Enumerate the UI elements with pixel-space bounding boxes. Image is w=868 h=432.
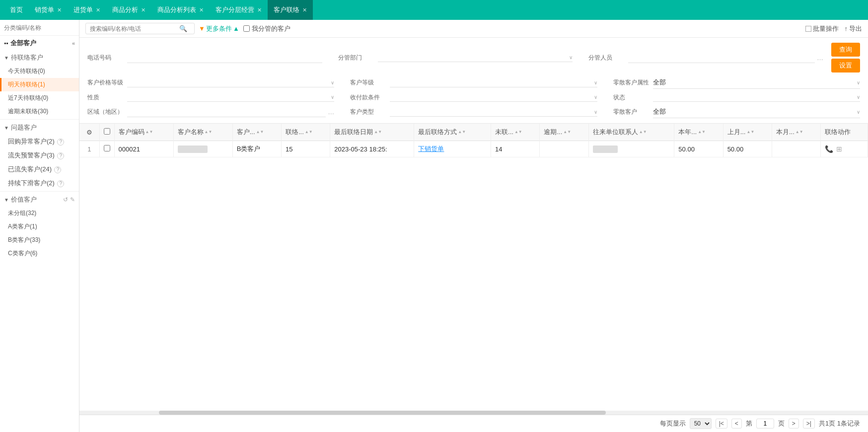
status-caret-icon: ∨ [857, 94, 860, 100]
info-icon-abnormal[interactable]: ? [57, 139, 64, 145]
th-checkbox[interactable] [99, 124, 114, 141]
action-icons: 📞 ⊞ [825, 145, 864, 153]
search-input[interactable] [90, 25, 179, 32]
dept-select[interactable]: ∨ [378, 53, 573, 62]
sidebar-item-class-b[interactable]: B类客户(33) [0, 233, 79, 247]
horizontal-scrollbar[interactable] [79, 411, 868, 415]
info-icon-declining[interactable]: ? [57, 180, 64, 187]
nav-sales-order[interactable]: 销货单 ✕ [29, 0, 68, 20]
query-button[interactable]: 查询 [831, 43, 860, 57]
first-page-btn[interactable]: |< [716, 419, 727, 429]
edit-icon[interactable]: ✎ [70, 196, 75, 203]
sidebar-item-warning[interactable]: 流失预警客户(3) ? [0, 148, 79, 162]
close-purchase-order[interactable]: ✕ [96, 7, 100, 13]
sort-last-contact-method[interactable]: 最后联络方式 ▲▼ [418, 128, 487, 137]
customer-type-select[interactable]: ∨ [390, 108, 597, 117]
phone-input[interactable] [127, 53, 322, 63]
th-settings[interactable]: ⚙ [79, 124, 99, 141]
sort-last-contact-date[interactable]: 最后联络日期 ▲▼ [334, 128, 410, 137]
sidebar-item-churned[interactable]: 已流失客户(24) ? [0, 162, 79, 176]
dept-caret-icon: ∨ [569, 55, 573, 60]
nav-purchase-order[interactable]: 进货单 ✕ [68, 0, 106, 20]
retail-attr-select[interactable]: 全部 ∨ [653, 76, 860, 89]
sort-code[interactable]: 客户编码 ▲▼ [119, 128, 169, 137]
section-problem-customers[interactable]: ▼ 问题客户 [0, 121, 79, 135]
collapse-icon[interactable]: « [72, 40, 75, 46]
sort-contact[interactable]: 联络... ▲▼ [286, 128, 326, 137]
sort-this-month[interactable]: 本月... ▲▼ [776, 128, 816, 137]
refresh-icon[interactable]: ↺ [63, 196, 68, 203]
close-product-analysis[interactable]: ✕ [141, 7, 145, 13]
grid-action-icon[interactable]: ⊞ [836, 145, 842, 153]
nav-product-analysis-list[interactable]: 商品分析列表 ✕ [151, 0, 210, 20]
batch-ops-btn[interactable]: 批量操作 [805, 24, 839, 33]
prev-page-btn[interactable]: < [731, 419, 742, 429]
sidebar-item-tomorrow[interactable]: 明天待联络(1) [0, 78, 79, 91]
nature-select[interactable]: ∨ [127, 93, 334, 102]
person-input[interactable] [628, 53, 815, 63]
next-page-btn[interactable]: > [789, 419, 799, 429]
sidebar-item-declining[interactable]: 持续下滑客户(2) ? [0, 176, 79, 190]
my-customers-filter[interactable]: 我分管的客户 [243, 24, 290, 33]
sort-unit-contact[interactable]: 往来单位联系人 ▲▼ [593, 128, 670, 137]
close-customer-tier[interactable]: ✕ [257, 7, 262, 13]
sidebar-search-input[interactable] [4, 24, 78, 31]
phone-action-icon[interactable]: 📞 [825, 145, 833, 153]
sidebar-item-7days[interactable]: 近7天待联络(0) [0, 91, 79, 105]
sort-arrows-last-month: ▲▼ [746, 130, 754, 134]
info-icon-churned[interactable]: ? [54, 166, 61, 173]
info-icon-warning[interactable]: ? [57, 152, 64, 159]
scrollbar-thumb[interactable] [159, 411, 606, 415]
close-product-analysis-list[interactable]: ✕ [199, 7, 204, 13]
sort-name[interactable]: 客户名称 ▲▼ [178, 128, 228, 137]
retail-customer-label: 零散客户 [613, 108, 653, 116]
filter-cell-region: 区域（地区） … [87, 107, 334, 117]
more-conditions-btn[interactable]: ▼ 更多条件 ▲ [199, 24, 239, 33]
sort-this-year[interactable]: 本年... ▲▼ [678, 128, 719, 137]
divider-2 [0, 191, 79, 192]
sort-type[interactable]: 客户... ▲▼ [237, 128, 277, 137]
settings-button[interactable]: 设置 [831, 59, 860, 72]
sidebar-item-overdue[interactable]: 逾期未联络(30) [0, 105, 79, 118]
section-pending-contact[interactable]: ▼ 待联络客户 [0, 51, 79, 65]
sort-arrows-type: ▲▼ [256, 130, 264, 134]
nature-caret-icon: ∨ [331, 94, 334, 100]
filter-cell-status: 状态 ∨ [613, 93, 860, 102]
last-contact-method-link[interactable]: 下销货单 [418, 145, 444, 152]
sort-last-month[interactable]: 上月... ▲▼ [727, 128, 768, 137]
price-level-label: 客户价格等级 [87, 78, 127, 87]
customer-level-select[interactable]: ∨ [390, 78, 597, 87]
nav-home[interactable]: 首页 [4, 0, 29, 20]
header-checkbox[interactable] [104, 128, 110, 135]
row-checkbox[interactable] [104, 145, 110, 151]
sidebar-item-today[interactable]: 今天待联络(0) [0, 65, 79, 78]
my-customers-checkbox[interactable] [243, 25, 250, 32]
region-more-icon[interactable]: … [328, 108, 334, 116]
status-select[interactable]: ∨ [653, 93, 860, 102]
price-level-select[interactable]: ∨ [127, 78, 334, 87]
sidebar-item-ungrouped[interactable]: 未分组(32) [0, 207, 79, 220]
last-page-btn[interactable]: >| [803, 419, 815, 429]
sidebar-item-class-a[interactable]: A类客户(1) [0, 220, 79, 233]
page-size-select[interactable]: 50 [690, 418, 712, 429]
payment-select[interactable]: ∨ [390, 93, 597, 102]
nav-customer-tier[interactable]: 客户分层经营 ✕ [210, 0, 268, 20]
sidebar-item-abnormal[interactable]: 回购异常客户(2) ? [0, 135, 79, 148]
close-customer-contact[interactable]: ✕ [302, 7, 307, 13]
page-num-input[interactable] [756, 419, 774, 429]
section-value-customers[interactable]: ▼ 价值客户 ↺ ✎ [0, 193, 79, 207]
all-customers-item[interactable]: ▪▪ 全部客户 « [0, 36, 79, 51]
nav-customer-contact[interactable]: 客户联络 ✕ [268, 0, 313, 20]
retail-customer-select[interactable]: 全部 ∨ [653, 106, 860, 118]
region-input[interactable] [127, 107, 326, 117]
sort-not-contacted[interactable]: 未联... ▲▼ [495, 128, 535, 137]
td-checkbox[interactable] [99, 141, 114, 157]
td-overdue [540, 141, 588, 157]
person-more-icon[interactable]: … [817, 54, 823, 62]
close-sales-order[interactable]: ✕ [57, 7, 62, 13]
sort-overdue[interactable]: 逾期... ▲▼ [544, 128, 584, 137]
nav-product-analysis[interactable]: 商品分析 ✕ [106, 0, 151, 20]
export-btn[interactable]: ↑ 导出 [845, 24, 863, 33]
sidebar-item-class-c[interactable]: C类客户(6) [0, 247, 79, 260]
search-submit-icon[interactable]: 🔍 [179, 25, 187, 32]
